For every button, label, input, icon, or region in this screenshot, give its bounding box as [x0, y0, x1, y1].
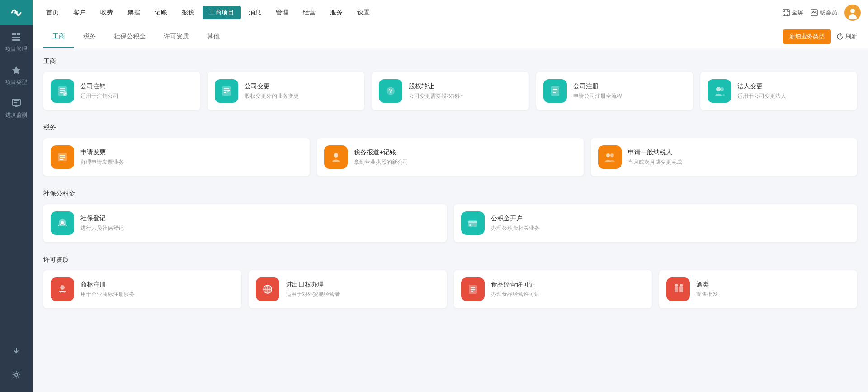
card-food-license[interactable]: 食品经营许可证 办理食品经营许可证 [454, 270, 652, 308]
card-fund-open[interactable]: 公积金开户 办理公积金相关业务 [454, 204, 857, 242]
avatar[interactable] [844, 5, 861, 21]
svg-point-24 [720, 87, 724, 91]
card-company-cancel[interactable]: 公司注销 适用于注销公司 [43, 72, 200, 110]
add-type-button[interactable]: 新增业务类型 [783, 29, 831, 44]
vip-btn[interactable]: 畅会员 [811, 9, 837, 17]
card-company-register[interactable]: 公司注册 申请公司注册全流程 [536, 72, 693, 110]
card-equity-transfer-title: 股权转让 [409, 82, 463, 91]
card-import-export-info: 进出口权办理 适用于对外贸易经营者 [286, 281, 340, 298]
card-alcohol-info: 酒类 零售批发 [696, 281, 718, 298]
card-food-license-icon [461, 277, 485, 301]
svg-rect-2 [17, 33, 20, 35]
fullscreen-icon [783, 9, 790, 16]
nav-item-invoice[interactable]: 票据 [121, 6, 146, 19]
card-food-license-desc: 办理食品经营许可证 [491, 291, 540, 298]
card-company-cancel-title: 公司注销 [80, 82, 118, 91]
card-company-register-title: 公司注册 [573, 82, 622, 91]
card-company-change-info: 公司变更 股权变更外的业务变更 [245, 82, 299, 100]
card-general-taxpayer[interactable]: 申请一般纳税人 当月或次月成变更完成 [591, 138, 857, 176]
svg-point-34 [60, 285, 65, 290]
fullscreen-btn[interactable]: 全屏 [783, 9, 803, 17]
sidebar-item-project-type[interactable]: 项目类型 [0, 58, 33, 91]
svg-point-15 [850, 9, 855, 13]
nav-item-management[interactable]: 管理 [269, 6, 295, 19]
refresh-button[interactable]: 刷新 [836, 33, 857, 41]
section-shuiwu-title: 税务 [43, 124, 857, 132]
sidebar-logo[interactable] [0, 0, 33, 25]
section-gongshang: 工商 公司注销 适用于注销公 [43, 57, 857, 110]
tab-kezhizizhi[interactable]: 许可资质 [155, 25, 198, 48]
svg-rect-10 [13, 354, 19, 354]
card-social-register-icon [51, 211, 74, 235]
svg-point-32 [469, 224, 471, 226]
card-food-license-info: 食品经营许可证 办理食品经营许可证 [491, 281, 540, 298]
card-alcohol[interactable]: 酒类 零售批发 [659, 270, 857, 308]
card-legal-change-title: 法人变更 [737, 82, 786, 91]
nav-item-bizproject[interactable]: 工商项目 [203, 6, 241, 19]
card-equity-transfer[interactable]: ¥ 股权转让 公司变更需要股权转让 [372, 72, 528, 110]
nav-item-service[interactable]: 服务 [324, 6, 349, 19]
tab-qita[interactable]: 其他 [198, 25, 229, 48]
cards-grid-shebao: 社保登记 进行人员社保登记 [43, 204, 857, 242]
card-tax-report-info: 税务报道+记账 拿到营业执照的新公司 [354, 148, 408, 166]
project-type-icon [10, 64, 23, 76]
svg-point-26 [334, 153, 338, 158]
card-alcohol-desc: 零售批发 [696, 291, 718, 298]
card-import-export-title: 进出口权办理 [286, 281, 340, 289]
card-company-cancel-icon [51, 79, 74, 103]
refresh-icon [836, 33, 844, 40]
card-company-change-title: 公司变更 [245, 82, 299, 91]
refresh-label: 刷新 [845, 33, 857, 41]
card-legal-change-icon [708, 79, 731, 103]
svg-rect-9 [15, 106, 18, 107]
tabs-bar: 工商 税务 社保公积金 许可资质 其他 新增业务类型 刷新 [33, 25, 868, 48]
sidebar-item-download[interactable] [0, 341, 33, 361]
cards-grid-shuiwu: 申请发票 办理申请发票业务 税务报道+记账 [43, 138, 857, 176]
nav-item-home[interactable]: 首页 [40, 6, 65, 19]
card-company-change-desc: 股权变更外的业务变更 [245, 92, 299, 100]
card-apply-invoice-title: 申请发票 [80, 148, 124, 157]
card-apply-invoice-info: 申请发票 办理申请发票业务 [80, 148, 124, 166]
sidebar-item-nav-settings[interactable] [0, 365, 33, 385]
sidebar-bottom [0, 341, 33, 392]
card-import-export[interactable]: 进出口权办理 适用于对外贸易经营者 [249, 270, 447, 308]
svg-rect-42 [679, 286, 683, 292]
card-legal-change-desc: 适用于公司变更法人 [737, 92, 786, 100]
section-kezhizizhi-title: 许可资质 [43, 256, 857, 264]
card-fund-open-icon [461, 211, 485, 235]
svg-point-0 [14, 11, 18, 14]
card-fund-open-title: 公积金开户 [491, 215, 540, 223]
tab-shuiwu[interactable]: 税务 [74, 25, 105, 48]
card-social-register-info: 社保登记 进行人员社保登记 [80, 215, 124, 232]
card-fund-open-desc: 办理公积金相关业务 [491, 225, 540, 232]
card-apply-invoice[interactable]: 申请发票 办理申请发票业务 [43, 138, 310, 176]
card-tax-report[interactable]: 税务报道+记账 拿到营业执照的新公司 [317, 138, 583, 176]
card-company-change[interactable]: 公司变更 股权变更外的业务变更 [208, 72, 364, 110]
main-scroll[interactable]: 工商 公司注销 适用于注销公 [33, 48, 868, 392]
card-company-change-icon [215, 79, 238, 103]
nav-item-fee[interactable]: 收费 [94, 6, 119, 19]
cards-grid-kezhizizhi: 商标注册 用于企业商标注册服务 [43, 270, 857, 308]
svg-rect-40 [680, 284, 683, 286]
sidebar-item-progress-monitor[interactable]: 进度监测 [0, 91, 33, 124]
svg-text:¥: ¥ [388, 87, 392, 95]
svg-rect-4 [12, 39, 20, 41]
nav-item-settings[interactable]: 设置 [351, 6, 376, 19]
card-trademark[interactable]: 商标注册 用于企业商标注册服务 [43, 270, 241, 308]
card-legal-change[interactable]: 法人变更 适用于公司变更法人 [700, 72, 857, 110]
tab-shebaogongjijin[interactable]: 社保公积金 [105, 25, 155, 48]
sidebar-item-project-type-label: 项目类型 [5, 78, 27, 86]
nav-item-message[interactable]: 消息 [242, 6, 268, 19]
card-general-taxpayer-info: 申请一般纳税人 当月或次月成变更完成 [628, 148, 682, 166]
svg-rect-7 [14, 100, 19, 101]
nav-item-operation[interactable]: 经营 [297, 6, 322, 19]
tab-gongshang[interactable]: 工商 [43, 25, 74, 48]
card-social-register[interactable]: 社保登记 进行人员社保登记 [43, 204, 447, 242]
svg-point-11 [15, 373, 18, 376]
nav-item-bookkeeping[interactable]: 记账 [148, 6, 174, 19]
svg-point-27 [606, 153, 610, 157]
nav-item-client[interactable]: 客户 [67, 6, 92, 19]
card-social-register-title: 社保登记 [80, 215, 124, 223]
sidebar-item-project-mgmt[interactable]: 项目管理 [0, 25, 33, 58]
nav-item-tax[interactable]: 报税 [175, 6, 201, 19]
